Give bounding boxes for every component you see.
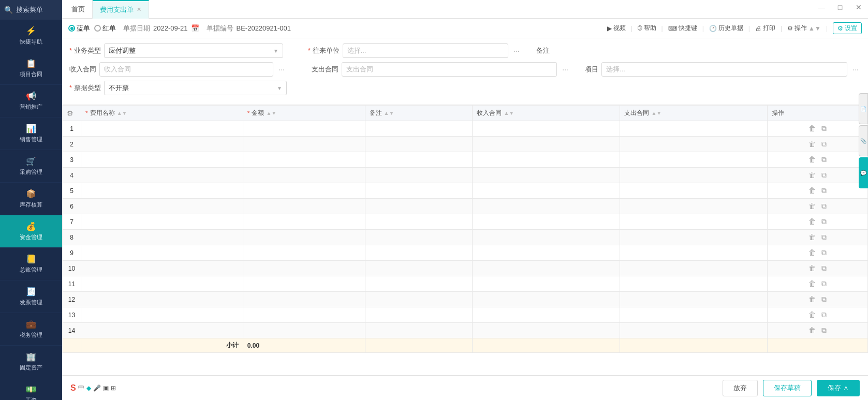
project-input[interactable]: 选择... [601,62,847,77]
th-settings[interactable]: ⚙ [63,106,81,121]
video-button[interactable]: ▶ 视频 [607,24,626,33]
cell-expense-contract[interactable] [620,245,768,261]
cell-name[interactable] [81,276,243,292]
delete-row-button[interactable]: 🗑 [806,294,818,304]
tab-home[interactable]: 首页 [64,0,93,19]
sidebar-item-assets[interactable]: 🏢 固定资产 [0,346,62,378]
sidebar-item-marketing[interactable]: 📢 营销推广 [0,85,62,117]
cell-income-contract[interactable] [473,121,620,137]
abandon-button[interactable]: 放弃 [723,380,758,396]
cell-name[interactable] [81,230,243,245]
cell-expense-contract[interactable] [620,137,768,152]
cell-amount[interactable] [243,230,365,245]
minimize-button[interactable]: — [812,0,831,14]
cell-income-contract[interactable] [473,137,620,152]
cell-amount[interactable] [243,152,365,168]
delete-row-button[interactable]: 🗑 [806,216,818,227]
cell-expense-contract[interactable] [620,276,768,292]
copy-row-button[interactable]: ⧉ [819,154,829,165]
cell-name[interactable] [81,292,243,307]
copy-row-button[interactable]: ⧉ [819,309,829,320]
cell-income-contract[interactable] [473,183,620,199]
save-button[interactable]: 保存 ∧ [817,380,860,396]
cell-amount[interactable] [243,323,365,338]
cell-amount[interactable] [243,307,365,323]
income-contract-more[interactable]: ··· [276,65,287,73]
copy-row-button[interactable]: ⧉ [819,123,829,134]
cell-name[interactable] [81,323,243,338]
edge-tab-doc[interactable]: 📄 [859,93,868,124]
calendar-icon[interactable]: 📅 [191,24,199,32]
radio-blue[interactable]: 蓝单 [68,24,90,33]
help-button[interactable]: © 帮助 [638,24,656,33]
cell-expense-contract[interactable] [620,121,768,137]
cell-note[interactable] [365,245,473,261]
copy-row-button[interactable]: ⧉ [819,325,829,336]
history-button[interactable]: 🕐 历史单据 [709,24,743,33]
cell-note[interactable] [365,121,473,137]
payee-input[interactable]: 选择... [343,43,509,58]
cell-expense-contract[interactable] [620,183,768,199]
save-draft-button[interactable]: 保存草稿 [763,380,812,396]
cell-income-contract[interactable] [473,199,620,214]
copy-row-button[interactable]: ⧉ [819,278,829,289]
cell-name[interactable] [81,307,243,323]
cell-expense-contract[interactable] [620,214,768,230]
cell-amount[interactable] [243,121,365,137]
delete-row-button[interactable]: 🗑 [806,263,818,273]
business-type-select[interactable]: 应付调整 ▼ [104,43,283,58]
delete-row-button[interactable]: 🗑 [806,123,818,134]
payee-more-btn[interactable]: ··· [511,47,522,55]
delete-row-button[interactable]: 🗑 [806,139,818,149]
tab-expense[interactable]: 费用支出单 ✕ [93,0,149,19]
sidebar-item-invoice[interactable]: 🧾 发票管理 [0,280,62,313]
cell-amount[interactable] [243,292,365,307]
maximize-button[interactable]: □ [831,0,849,14]
cell-note[interactable] [365,323,473,338]
cell-note[interactable] [365,292,473,307]
cell-amount[interactable] [243,168,365,183]
cell-note[interactable] [365,199,473,214]
cell-note[interactable] [365,183,473,199]
settings-button[interactable]: ⚙ 设置 [833,22,862,34]
cell-name[interactable] [81,261,243,276]
sidebar-item-inventory[interactable]: 📦 库存核算 [0,183,62,215]
cell-expense-contract[interactable] [620,168,768,183]
cell-note[interactable] [365,307,473,323]
cell-income-contract[interactable] [473,152,620,168]
sidebar-item-funds[interactable]: 💰 资金管理 [0,215,62,248]
cell-amount[interactable] [243,137,365,152]
cell-expense-contract[interactable] [620,292,768,307]
delete-row-button[interactable]: 🗑 [806,247,818,258]
cell-note[interactable] [365,261,473,276]
expense-contract-input[interactable]: 支出合同 [342,62,557,77]
cell-note[interactable] [365,230,473,245]
close-button[interactable]: ✕ [849,0,868,14]
sidebar-item-sales[interactable]: 📊 销售管理 [0,117,62,150]
sidebar-item-salary[interactable]: 💵 工资 [0,378,62,400]
cell-note[interactable] [365,168,473,183]
sort-icon-expense[interactable]: ▲▼ [651,111,661,116]
delete-row-button[interactable]: 🗑 [806,232,818,242]
cell-income-contract[interactable] [473,276,620,292]
sort-icon-note[interactable]: ▲▼ [384,111,394,116]
copy-row-button[interactable]: ⧉ [819,185,829,196]
delete-row-button[interactable]: 🗑 [806,309,818,320]
edge-tab-comment[interactable]: 💬 [859,157,868,188]
cell-income-contract[interactable] [473,230,620,245]
copy-row-button[interactable]: ⧉ [819,247,829,258]
tab-close-icon[interactable]: ✕ [137,6,141,13]
sort-icon-income[interactable]: ▲▼ [504,111,514,116]
cell-expense-contract[interactable] [620,261,768,276]
table-settings-icon[interactable]: ⚙ [67,109,73,117]
cell-name[interactable] [81,168,243,183]
copy-row-button[interactable]: ⧉ [819,263,829,274]
cell-expense-contract[interactable] [620,199,768,214]
cell-amount[interactable] [243,214,365,230]
sidebar-item-account[interactable]: 📒 总账管理 [0,248,62,280]
project-more[interactable]: ··· [850,65,861,73]
cell-amount[interactable] [243,245,365,261]
cell-name[interactable] [81,199,243,214]
copy-row-button[interactable]: ⧉ [819,201,829,212]
invoice-type-select[interactable]: 不开票 ▼ [104,81,287,95]
